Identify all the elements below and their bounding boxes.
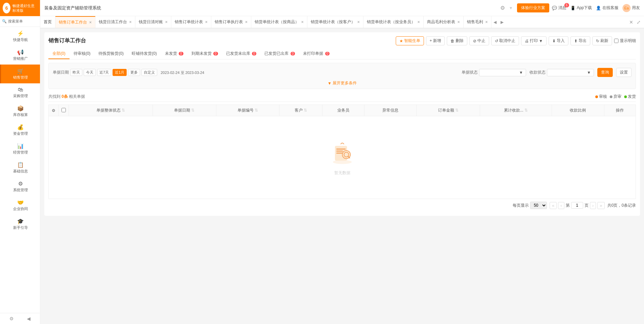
filter-tab-pending-review[interactable]: 待审核(0): [70, 49, 95, 59]
date-btn-custom[interactable]: 自定义: [141, 69, 157, 76]
sidebar-search[interactable]: 🔍 搜索菜单: [0, 16, 40, 27]
page-input[interactable]: [571, 202, 583, 209]
query-btn[interactable]: 查询: [597, 68, 613, 77]
sidebar-item-enterprise-collab[interactable]: 🤝 企业协同: [0, 196, 40, 215]
tab-cash-daily-workbench[interactable]: 钱货日清工作台 ✕: [95, 16, 135, 28]
empty-text: 暂无数据: [334, 170, 350, 176]
filter-tab-pending-inspection[interactable]: 待拣货验货(0): [94, 49, 128, 59]
tabbar-scroll-right[interactable]: ▶: [499, 20, 506, 25]
tab-sales-gross[interactable]: 销售毛利 ✕: [464, 16, 491, 28]
page-size-dropdown[interactable]: 50 100 200: [530, 202, 547, 209]
tab-sales-stats-by-customer[interactable]: 销货单统计表（按客户） ✕: [307, 16, 363, 28]
tab-close-icon[interactable]: ✕: [417, 20, 420, 24]
tab-close-icon[interactable]: ✕: [457, 20, 460, 24]
tabbar-close-all-btn[interactable]: ✕: [628, 19, 635, 26]
tab-close-icon[interactable]: ✕: [129, 20, 132, 24]
tabbar: 首页 销售订单工作台 ✕ 钱货日清工作台 ✕ 钱货日清对账 ✕ 销售订单统计表 …: [40, 16, 644, 28]
sidebar-item-system-mgmt[interactable]: ⚙ 系统管理: [0, 177, 40, 196]
tab-sales-order-stats[interactable]: 销售订单统计表 ✕: [171, 16, 211, 28]
date-btn-1month[interactable]: 近1月: [113, 69, 127, 76]
import-btn[interactable]: ⬇ 导入: [549, 36, 568, 45]
cancel-stop-btn[interactable]: ↺ 取消中止: [491, 36, 519, 45]
stop-icon: ⊘: [473, 39, 476, 43]
filter-tab-wangpu-pending[interactable]: 旺铺待发货(0): [128, 49, 161, 59]
ship-btn[interactable]: 发货: [624, 94, 636, 99]
tab-close-icon[interactable]: ✕: [165, 20, 168, 24]
first-page-btn[interactable]: «: [550, 202, 557, 209]
tab-close-icon[interactable]: ✕: [89, 21, 92, 24]
filter-tab-not-shipped[interactable]: 未发货 0: [161, 49, 187, 59]
filter-tab-all[interactable]: 全部(0): [48, 49, 70, 59]
tab-cash-reconcile[interactable]: 钱货日清对账 ✕: [135, 16, 171, 28]
print-btn[interactable]: 🖨 打印 ▼: [521, 36, 547, 45]
status-select[interactable]: ▼: [479, 69, 526, 76]
col-settings[interactable]: ⚙: [49, 105, 59, 116]
sort-icon[interactable]: ⇅: [524, 108, 528, 113]
anti-review-btn[interactable]: 弃审: [610, 94, 621, 99]
tab-close-icon[interactable]: ✕: [245, 20, 248, 24]
show-detail-label[interactable]: 显示明细: [614, 38, 636, 44]
stop-btn[interactable]: ⊘ 中止: [469, 36, 489, 45]
last-page-btn[interactable]: »: [597, 202, 604, 209]
delete-btn[interactable]: 🗑 删除: [447, 36, 467, 45]
tab-product-margin-stats[interactable]: 商品毛利分析表 ✕: [424, 16, 464, 28]
tab-close-icon[interactable]: ✕: [485, 20, 488, 24]
tab-sales-stats-by-product[interactable]: 销货单统计表（按商品） ✕: [251, 16, 307, 28]
system-title: 装备及固定资产辅助管理系统: [44, 5, 498, 11]
sidebar-item-inventory-check[interactable]: 📦 库存核算: [0, 102, 40, 121]
date-btn-yesterday[interactable]: 昨天: [70, 69, 82, 76]
app-download-btn[interactable]: 📱 App下载: [570, 5, 592, 11]
filter-tab-overdue-not-shipped[interactable]: 到期未发货 0: [187, 49, 222, 59]
sidebar-item-purchase-mgmt[interactable]: 🛍 采购管理: [0, 83, 40, 102]
tabbar-maximize-btn[interactable]: ⤢: [635, 19, 642, 26]
tab-close-icon[interactable]: ✕: [301, 20, 304, 24]
filter-tab-shipped-not-in[interactable]: 已发货未出库 0: [222, 49, 261, 59]
sidebar-item-quick-nav[interactable]: ⚡ 快捷导航: [0, 27, 40, 46]
filter-tab-shipped-out[interactable]: 已发货已出库 0: [260, 49, 299, 59]
tab-sales-order-workbench[interactable]: 销售订单工作台 ✕: [55, 16, 95, 28]
sidebar-collapse-btn[interactable]: ◀: [27, 316, 31, 321]
sort-icon[interactable]: ⇅: [191, 108, 195, 113]
sort-icon[interactable]: ⇅: [304, 108, 307, 113]
col-checkbox[interactable]: [59, 105, 69, 116]
sidebar-settings-btn[interactable]: ⚙: [9, 316, 14, 321]
export-btn[interactable]: ⬆ 导出: [570, 36, 590, 45]
sort-icon[interactable]: ⇅: [255, 108, 258, 113]
star-icon: ★: [399, 39, 403, 43]
topbar-settings-icon[interactable]: ⚙: [500, 5, 505, 11]
review-btn[interactable]: 审核: [595, 94, 607, 99]
trial-btn[interactable]: 体验行业方案: [517, 3, 549, 12]
expand-conditions-btn[interactable]: ▼ 展开更多条件: [328, 80, 357, 86]
smart-generate-btn[interactable]: ★ 智能生单: [396, 36, 424, 45]
sidebar-item-sales-mgmt[interactable]: 🛒 销售管理: [0, 65, 40, 83]
filter-tab-not-printed[interactable]: 未打印单据 0: [299, 49, 334, 59]
date-btn-7days[interactable]: 近7天: [97, 69, 111, 76]
sidebar-item-basic-info[interactable]: 📋 基础信息: [0, 158, 40, 177]
tab-sales-order-execute[interactable]: 销售订单执行表 ✕: [211, 16, 251, 28]
payment-select[interactable]: ▼: [547, 69, 594, 76]
date-btn-today[interactable]: 今天: [84, 69, 96, 76]
select-all-checkbox[interactable]: [61, 108, 66, 112]
tabbar-scroll-left[interactable]: ◀: [491, 20, 499, 25]
user-menu[interactable]: Ea 用友: [622, 4, 640, 12]
sidebar-item-operations-mgmt[interactable]: 📊 经营管理: [0, 139, 40, 158]
date-btn-more[interactable]: 更多: [128, 69, 140, 76]
sidebar-item-finance-mgmt[interactable]: 💰 资金管理: [0, 121, 40, 139]
filter-settings-btn[interactable]: 设置: [616, 68, 632, 77]
tab-close-icon[interactable]: ✕: [357, 20, 360, 24]
show-detail-checkbox[interactable]: [614, 39, 618, 43]
online-service-btn[interactable]: 👤 在线客服: [596, 5, 618, 11]
message-btn[interactable]: 💬 消息 6: [552, 5, 566, 11]
tab-sales-stats-by-staff[interactable]: 销货单统计表（按业务员） ✕: [363, 16, 424, 28]
tab-close-icon[interactable]: ✕: [205, 20, 208, 24]
sidebar-item-newbie-guide[interactable]: 🎓 新手引导: [0, 215, 40, 234]
sidebar-item-marketing-promo[interactable]: 📢 营销推广: [0, 46, 40, 65]
next-page-btn[interactable]: ›: [590, 202, 596, 209]
add-btn[interactable]: + 新增: [426, 36, 445, 45]
prev-page-btn[interactable]: ‹: [558, 202, 564, 209]
search-icon: 🔍: [2, 19, 7, 24]
sort-icon[interactable]: ⇅: [455, 108, 459, 113]
tab-home[interactable]: 首页: [40, 16, 55, 28]
sort-icon[interactable]: ⇅: [122, 108, 125, 113]
refresh-btn[interactable]: ↻ 刷新: [592, 36, 612, 45]
